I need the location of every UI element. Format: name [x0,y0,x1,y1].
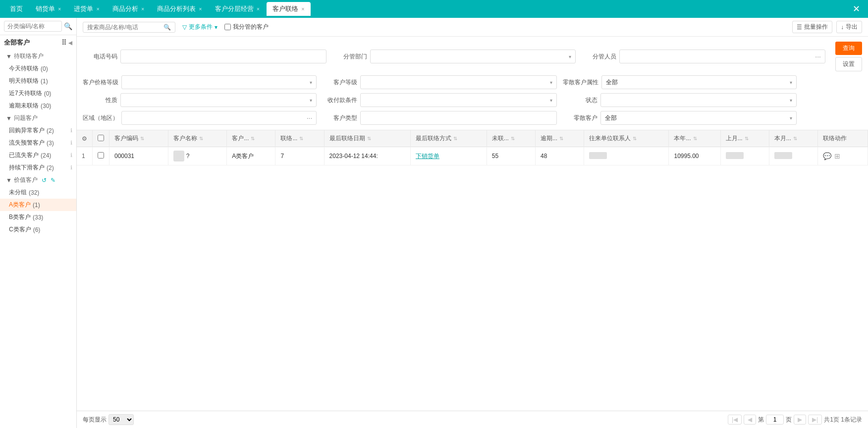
arrow-down-icon: ▼ [6,53,12,60]
page-number-input[interactable] [766,415,784,425]
sort-icon-12[interactable]: ⇅ [793,136,797,141]
nature-select[interactable]: ▾ [120,93,317,107]
sort-icon-10[interactable]: ⇅ [693,136,697,141]
customer-level-select[interactable]: ▾ [360,75,556,89]
region-input[interactable]: ··· [121,111,317,125]
tab-close-icon-1[interactable]: × [58,6,61,12]
payment-select[interactable]: ▾ [360,93,556,107]
manager-input[interactable]: ··· [619,50,825,63]
nav-tab-5[interactable]: 客户分层经营× [209,2,266,16]
sidebar-item-overdue-contact[interactable]: 逾期未联络 (30) [0,100,76,112]
category-search-input[interactable] [4,21,62,32]
nav-tab-6[interactable]: 客户联络× [267,2,310,16]
status-select[interactable]: ▾ [600,93,797,107]
batch-ops-icon: ☰ [797,24,802,31]
sidebar-search-area: 🔍 [0,18,76,35]
sidebar-group-value[interactable]: ▼ 价值客户 ↺ ✎ [0,174,76,186]
last-page-button[interactable]: ▶| [808,415,822,425]
batch-ops-button[interactable]: ☰ 批量操作 [792,21,832,33]
price-level-select[interactable]: ▾ [121,75,317,89]
sort-icon-3[interactable]: ⇅ [251,136,255,141]
my-customers-checkbox[interactable] [224,24,231,30]
page-size-select[interactable]: 10 20 50 100 [108,414,134,425]
retail-customer-field: 零散客户 全部▾ [563,111,797,125]
nav-tab-2[interactable]: 进货单× [68,2,105,16]
nature-label: 性质 [83,96,117,105]
sidebar-group-pending[interactable]: ▼ 待联络客户 [0,50,76,62]
sort-icon-6[interactable]: ⇅ [453,136,457,141]
edit-icon[interactable]: ✎ [51,177,55,184]
sidebar-item-today-pending[interactable]: 今天待联络 (0) [0,62,76,75]
customer-name-cell: ? [168,147,227,165]
region-label: 区域（地区） [83,114,118,122]
first-page-button[interactable]: |◀ [728,415,742,425]
settings-button[interactable]: 设置 [835,57,862,71]
sidebar-item-tomorrow-pending[interactable]: 明天待联络 (1) [0,75,76,87]
grid-action-icon[interactable]: ⊞ [834,152,840,160]
sidebar-item-class-b[interactable]: B类客户 (33) [0,211,76,223]
tab-close-icon-5[interactable]: × [257,6,260,12]
sidebar-item-class-a[interactable]: A类客户 (1) [0,199,76,211]
sort-icon-7[interactable]: ⇅ [511,136,515,141]
sort-icon-11[interactable]: ⇅ [745,136,749,141]
overdue-cell: 48 [535,147,584,165]
tab-close-icon-6[interactable]: × [301,6,304,12]
sidebar-item-lost[interactable]: 已流失客户 (24) ℹ [0,149,76,161]
filter-bar: 🔍 ▽ 更多条件 ▾ 我分管的客户 ☰ 批量操作 ↓ 导出 [77,18,868,37]
info-icon-4: ℹ [70,164,72,171]
gear-icon[interactable]: ⚙ [82,135,87,142]
sort-icon-2[interactable]: ⇅ [199,136,203,141]
advanced-filter-panel: 电话号码 分管部门 ▾ 分管人员 ··· 查询 设置 [77,37,868,130]
my-customers-checkbox-area[interactable]: 我分管的客户 [224,23,269,31]
row-checkbox[interactable] [98,152,104,159]
more-conditions-button[interactable]: ▽ 更多条件 ▾ [179,21,220,33]
sidebar-item-repurchase-abnormal[interactable]: 回购异常客户 (2) ℹ [0,124,76,137]
chat-action-icon[interactable]: 💬 [823,152,831,160]
sort-icon-4[interactable]: ⇅ [299,136,303,141]
select-all-checkbox[interactable] [98,135,104,141]
sort-icon-8[interactable]: ⇅ [559,136,563,141]
page-size-area: 每页显示 10 20 50 100 [83,414,134,425]
overdue-col-header: 逾期...⇅ [535,130,584,147]
sidebar-item-churn-warning[interactable]: 流失预警客户 (3) ℹ [0,137,76,149]
tab-close-icon-4[interactable]: × [199,6,202,12]
arrow-down-icon-3: ▼ [6,177,12,184]
sidebar-item-7days-pending[interactable]: 近7天待联络 (0) [0,87,76,100]
refresh-icon[interactable]: ↺ [42,177,47,184]
retail-customer-select[interactable]: 全部▾ [600,111,797,125]
contacts-person-cell [584,147,669,165]
sort-icon-5[interactable]: ⇅ [367,136,371,141]
tab-close-icon-2[interactable]: × [96,6,99,12]
sidebar-item-declining[interactable]: 持续下滑客户 (2) ℹ [0,161,76,174]
retail-attr-select[interactable]: 全部▾ [601,75,797,89]
nav-tab-0[interactable]: 首页 [4,2,29,16]
main-search-box[interactable]: 🔍 [83,22,175,33]
tab-close-icon-3[interactable]: × [141,6,144,12]
sort-icon-9[interactable]: ⇅ [633,136,637,141]
filter-row-2: 客户价格等级 ▾ 客户等级 ▾ 零散客户属性 全部▾ [83,75,862,89]
nav-tab-1[interactable]: 销货单× [30,2,67,16]
sort-icon[interactable]: ⇅ [140,136,144,141]
customer-type-input[interactable] [360,111,556,125]
phone-input[interactable] [120,50,326,63]
search-icon[interactable]: 🔍 [64,22,72,30]
prev-page-button[interactable]: ◀ [744,415,756,425]
all-customers-header[interactable]: 全部客户 ⠿ ◀ [0,35,76,50]
dept-select[interactable]: ▾ [370,50,576,63]
sidebar-item-class-c[interactable]: C类客户 (6) [0,223,76,236]
main-search-input[interactable] [87,24,162,31]
window-close-button[interactable]: ✕ [849,3,864,14]
nav-tab-4[interactable]: 商品分析列表× [151,2,208,16]
sidebar-group-problem[interactable]: ▼ 问题客户 [0,112,76,124]
collapse-icon[interactable]: ◀ [68,40,72,46]
content-area: 🔍 ▽ 更多条件 ▾ 我分管的客户 ☰ 批量操作 ↓ 导出 [77,18,868,428]
next-page-button[interactable]: ▶ [794,415,806,425]
export-button[interactable]: ↓ 导出 [836,21,862,33]
bottom-bar: 每页显示 10 20 50 100 |◀ ◀ 第 页 ▶ ▶| 共1页 1条记录 [77,411,868,428]
sidebar-item-unclassified[interactable]: 未分组 (32) [0,186,76,199]
arrow-down-icon-2: ▼ [6,115,12,122]
query-button[interactable]: 查询 [835,42,862,55]
nav-tab-3[interactable]: 商品分析× [107,2,150,16]
retail-customer-label: 零散客户 [563,114,597,122]
sidebar-menu-icon[interactable]: ⠿ [61,39,66,47]
